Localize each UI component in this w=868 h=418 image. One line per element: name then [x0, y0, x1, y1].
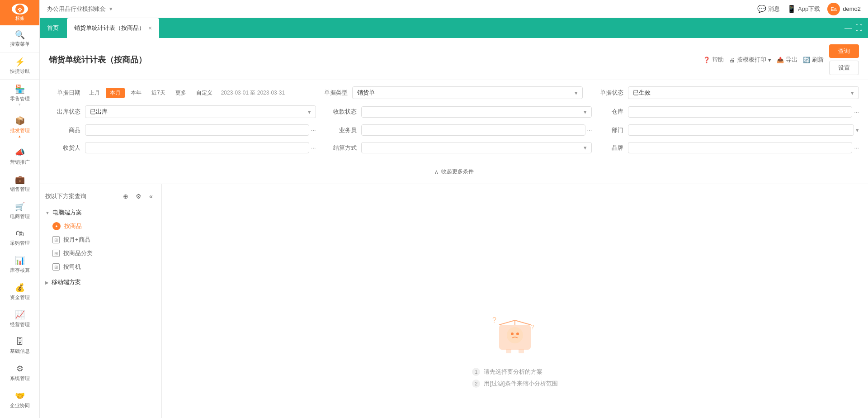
tab-maximize-icon[interactable]: ⛶: [855, 24, 863, 32]
by-category-icon: ⊞: [52, 250, 60, 257]
date-tab-thismonth[interactable]: 本月: [106, 88, 125, 98]
scheme-item-by-category[interactable]: ⊞ 按商品分类: [40, 247, 161, 260]
scheme-item-by-product[interactable]: ● 按商品: [40, 219, 161, 233]
sidebar-item-ecommerce[interactable]: 🛒 电商管理: [0, 197, 39, 224]
product-input[interactable]: [85, 124, 309, 136]
ecommerce-label: 电商管理: [10, 213, 30, 220]
date-filter-label: 单据日期: [49, 89, 85, 97]
user-menu[interactable]: Ea demo2: [827, 3, 861, 15]
filter-date-row: 单据日期 上月 本月 本年 近7天 更多 自定义 2023-03-01 至 20…: [49, 86, 859, 99]
app-download-icon: 📱: [787, 5, 796, 13]
panel-settings-button[interactable]: ⚙: [133, 191, 143, 201]
query-button[interactable]: 查询: [829, 44, 859, 58]
sidebar-quicknav-item[interactable]: ⚡ 快捷导航: [0, 52, 39, 80]
scheme-group-mobile-title[interactable]: ▶ 移动端方案: [40, 276, 161, 289]
settings-button[interactable]: 设置: [829, 61, 859, 75]
tab-minimize-icon[interactable]: —: [844, 24, 852, 32]
by-product-label: 按商品: [64, 222, 82, 230]
sales-icon: 💼: [15, 175, 25, 185]
help-button[interactable]: ❓ 帮助: [703, 56, 724, 64]
marketing-label: 营销推广: [10, 159, 30, 166]
svg-rect-9: [519, 349, 524, 353]
sidebar-item-wholesale[interactable]: 📦 批发管理 ▴: [0, 111, 39, 143]
filter-receiver-row: 收货人 ··· 结算方式 ▾ 品牌 ··: [49, 142, 859, 153]
purchase-label: 采购管理: [10, 240, 30, 247]
empty-state: ? ? 1 请先选择要分析的方案: [162, 184, 868, 418]
operations-icon: 📈: [15, 310, 25, 320]
add-icon: ⊕: [123, 193, 128, 200]
payment-status-chevron: ▾: [584, 109, 587, 115]
export-button[interactable]: 📤 导出: [777, 56, 797, 64]
payment-method-select[interactable]: ▾: [361, 142, 592, 153]
product-dots[interactable]: ···: [311, 127, 316, 133]
help-label: 帮助: [712, 56, 724, 64]
logo-area: 标账: [0, 0, 39, 25]
sidebar-item-marketing[interactable]: 📣 营销推广: [0, 143, 39, 170]
by-category-label: 按商品分类: [63, 249, 93, 257]
doc-status-select[interactable]: 已生效 ▾: [628, 86, 859, 99]
sidebar-item-purchase[interactable]: 🛍 采购管理: [0, 224, 39, 251]
tab-home[interactable]: 首页: [40, 18, 66, 38]
receiver-dots[interactable]: ···: [311, 144, 316, 151]
tab-close-icon[interactable]: ×: [148, 24, 152, 32]
sidebar-search-item[interactable]: 🔍 搜索菜单: [0, 25, 39, 52]
collapse-button[interactable]: ∧ 收起更多条件: [430, 163, 478, 180]
doc-type-select[interactable]: 销货单 ▾: [352, 86, 583, 99]
date-tab-7days[interactable]: 近7天: [147, 88, 170, 98]
salesperson-input[interactable]: [361, 124, 585, 136]
receiver-input[interactable]: [85, 142, 309, 153]
marketing-icon: 📣: [15, 147, 25, 157]
sidebar-item-operations[interactable]: 📈 经营管理: [0, 305, 39, 332]
warehouse-input[interactable]: [628, 106, 852, 118]
scheme-item-by-month-product[interactable]: ⊞ 按月+商品: [40, 233, 161, 247]
date-tab-more[interactable]: 更多: [171, 88, 190, 98]
date-tab-custom[interactable]: 自定义: [192, 88, 217, 98]
sidebar-item-system[interactable]: ⚙ 系统管理: [0, 359, 39, 386]
scheme-group-desktop: ▼ 电脑端方案 ● 按商品 ⊞ 按月+商品 ⊞: [40, 206, 161, 274]
industry-dropdown-icon[interactable]: ▾: [109, 5, 113, 12]
template-print-button[interactable]: 🖨 按模板打印 ▾: [729, 56, 771, 64]
query-settings-group: 查询 设置: [829, 44, 859, 75]
refresh-button[interactable]: 🔄 刷新: [803, 56, 824, 64]
warehouse-dots[interactable]: ···: [854, 109, 859, 115]
sidebar-item-basic[interactable]: 🗄 基础信息: [0, 332, 39, 359]
brand-dots[interactable]: ···: [854, 144, 859, 151]
scheme-group-desktop-title[interactable]: ▼ 电脑端方案: [40, 206, 161, 219]
salesperson-dots[interactable]: ···: [587, 127, 592, 133]
product-control: ···: [85, 124, 316, 136]
panel-collapse-button[interactable]: «: [146, 191, 156, 201]
department-input[interactable]: [628, 124, 854, 136]
warehouse-status-label: 出库状态: [49, 108, 85, 116]
tab-sales-stat[interactable]: 销货单统计计表（按商品） ×: [67, 18, 159, 38]
panel-header: 按以下方案查询 ⊕ ⚙ «: [40, 189, 161, 204]
sidebar-item-guide[interactable]: 🆕 新手引导: [0, 413, 39, 418]
department-control: ▾: [628, 124, 859, 136]
refresh-label: 刷新: [812, 56, 824, 64]
tab-bar-right: — ⛶: [844, 24, 868, 32]
search-menu-label: 搜索菜单: [0, 41, 39, 48]
inventory-icon: 📊: [15, 256, 25, 266]
warehouse-control: ···: [628, 106, 859, 118]
sidebar-item-finance[interactable]: 💰 资金管理: [0, 278, 39, 305]
payment-status-select[interactable]: ▾: [361, 106, 592, 118]
sidebar-item-enterprise[interactable]: 🤝 企业协同: [0, 386, 39, 413]
message-action[interactable]: 💬 消息: [757, 5, 780, 13]
brand-control: ···: [628, 142, 859, 153]
left-panel: 按以下方案查询 ⊕ ⚙ «: [40, 184, 162, 418]
panel-add-button[interactable]: ⊕: [121, 191, 131, 201]
doc-type-value: 销货单: [357, 89, 375, 97]
brand-input[interactable]: [628, 142, 852, 153]
warehouse-status-select[interactable]: 已出库 ▾: [85, 105, 316, 118]
tab-home-label: 首页: [47, 24, 59, 32]
date-tab-thisyear[interactable]: 本年: [127, 88, 146, 98]
date-tab-lastmonth[interactable]: 上月: [85, 88, 104, 98]
receiver-control: ···: [85, 142, 316, 153]
panel-actions: ⊕ ⚙ «: [121, 191, 156, 201]
sidebar-item-inventory[interactable]: 📊 库存核算: [0, 251, 39, 278]
scheme-group-mobile: ▶ 移动端方案: [40, 276, 161, 289]
brand-label: 品牌: [601, 144, 628, 152]
scheme-item-by-driver[interactable]: ⊞ 按司机: [40, 260, 161, 274]
app-download-action[interactable]: 📱 App下载: [787, 5, 820, 13]
sidebar-item-retail[interactable]: 🏪 零售管理 ▾: [0, 80, 39, 111]
sidebar-item-sales[interactable]: 💼 销售管理: [0, 170, 39, 197]
